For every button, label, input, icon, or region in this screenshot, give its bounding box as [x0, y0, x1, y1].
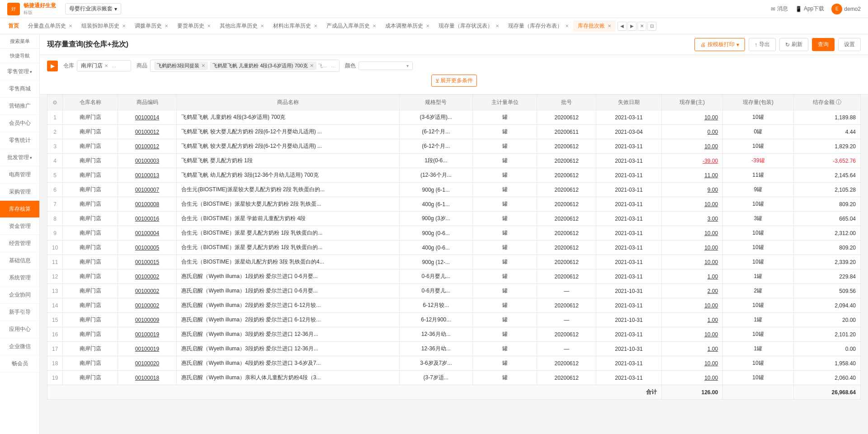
row-code[interactable]: 00100012	[118, 139, 177, 154]
row-code[interactable]: 00100007	[118, 183, 177, 197]
sidebar-item-system[interactable]: 系统管理	[0, 269, 39, 287]
row-qty[interactable]: 10.00	[661, 371, 722, 385]
row-qty[interactable]: 1.00	[661, 269, 722, 284]
row-code[interactable]: 00100002	[118, 269, 177, 284]
th-settings[interactable]: ⚙	[47, 95, 63, 110]
account-dropdown[interactable]: 母婴行业演示账套 ▾	[65, 3, 121, 14]
sidebar-item-retail-shop[interactable]: 零售商城	[0, 80, 39, 98]
tab-10[interactable]: 现存量（库存分布表） ✕	[504, 20, 573, 32]
nav-more[interactable]: ⊡	[647, 22, 656, 31]
row-code[interactable]: 00100019	[118, 327, 177, 342]
row-qty[interactable]: 3.00	[661, 212, 722, 226]
goods-tag-2[interactable]: 飞鹤星飞帆 儿童奶粉 4段(3-6岁适用) 700克 ✕	[210, 61, 316, 70]
row-code[interactable]: 00100013	[118, 168, 177, 183]
row-batch: 20200612	[537, 298, 596, 313]
row-code[interactable]: 00100012	[118, 125, 177, 139]
tab-5[interactable]: 其他出库单历史 ✕	[215, 20, 269, 32]
row-qty[interactable]: 10.00	[661, 356, 722, 371]
row-code[interactable]: 00100014	[118, 110, 177, 125]
tab-2[interactable]: 组装拆卸单历史 ✕	[77, 20, 130, 32]
sidebar-search[interactable]: 搜索菜单	[0, 34, 39, 49]
tab-11[interactable]: 库存批次账 ✕	[573, 20, 616, 32]
tab-7[interactable]: 产成品入库单历史 ✕	[322, 20, 381, 32]
row-qty[interactable]: 10.00	[661, 226, 722, 241]
sidebar-item-guide[interactable]: 新手引导	[0, 304, 39, 321]
row-code[interactable]: 00100009	[118, 313, 177, 327]
row-code[interactable]: 00100020	[118, 356, 177, 371]
row-qty[interactable]: 11.00	[661, 168, 722, 183]
app-download-btn[interactable]: 📱 App下载	[795, 5, 824, 13]
tab-6[interactable]: 材料出库单历史 ✕	[269, 20, 322, 32]
row-qty[interactable]: 1.00	[661, 342, 722, 356]
nav-next[interactable]: ▶	[627, 22, 637, 31]
tab-3[interactable]: 调拨单历史 ✕	[130, 20, 173, 32]
row-code[interactable]: 00100004	[118, 226, 177, 241]
sidebar-item-finance[interactable]: 资金管理	[0, 218, 39, 235]
row-qty[interactable]: 1.00	[661, 313, 722, 327]
export-btn[interactable]: ↑ 导出	[749, 38, 776, 51]
sidebar-item-basic-info[interactable]: 基础信息	[0, 252, 39, 269]
sidebar-item-purchase[interactable]: 采购管理	[0, 184, 39, 201]
print-btn[interactable]: 🖨 按模板打印 ▾	[694, 38, 745, 51]
nav-close[interactable]: ✕	[637, 22, 646, 31]
user-avatar[interactable]: E demo2	[831, 4, 861, 14]
warehouse-close-icon[interactable]: ✕	[104, 63, 108, 68]
refresh-btn[interactable]: ↻ 刷新	[779, 38, 808, 51]
row-qty[interactable]: 10.00	[661, 139, 722, 154]
tab-home[interactable]: 首页	[4, 20, 24, 32]
row-code[interactable]: 00100002	[118, 298, 177, 313]
row-qty[interactable]: 9.00	[661, 183, 722, 197]
goods-input[interactable]: 飞鹤奶粉3段同提装 ✕ 飞鹤星飞帆 儿童奶粉 4段(3-6岁适用) 700克 ✕…	[150, 60, 340, 72]
row-code[interactable]: 00100008	[118, 197, 177, 212]
sidebar-item-vip[interactable]: 畅会员	[0, 355, 39, 373]
table-row: 5 南岸门店 00100013 飞鹤星飞帆 幼儿配方奶粉 3段(12-36个月幼…	[47, 168, 861, 183]
expand-btn[interactable]: ⊻ 展开更多条件	[431, 75, 477, 87]
sidebar-item-inventory[interactable]: 库存核算	[0, 201, 39, 218]
warehouse-input[interactable]: 南岸门店 ✕ …	[77, 60, 131, 71]
sidebar-item-member[interactable]: 会员中心	[0, 115, 39, 132]
row-qty[interactable]: 10.00	[661, 241, 722, 255]
table-container[interactable]: ⚙ 仓库名称 商品编码 商品名称 规格型号 主计量单位 批号 失效日期 现存量(…	[40, 94, 868, 434]
settings-btn[interactable]: 设置	[838, 38, 861, 51]
row-code[interactable]: 00100002	[118, 284, 177, 298]
row-qty[interactable]: 10.00	[661, 255, 722, 269]
filter-expand-arrow[interactable]: ▶	[47, 61, 58, 71]
color-input[interactable]: ▾	[359, 61, 413, 70]
row-code[interactable]: 00100019	[118, 342, 177, 356]
query-btn[interactable]: 查询	[812, 38, 835, 51]
row-code[interactable]: 00100016	[118, 212, 177, 226]
sidebar-item-marketing[interactable]: 营销推广	[0, 98, 39, 115]
goods-dots[interactable]: …	[331, 63, 335, 68]
tab-9[interactable]: 现存量（库存状况表） ✕	[434, 20, 504, 32]
row-code[interactable]: 00100003	[118, 154, 177, 168]
tab-8[interactable]: 成本调整单历史 ✕	[381, 20, 434, 32]
tab-1[interactable]: 分量盘点单历史 ✕	[24, 20, 77, 32]
row-qty[interactable]: -39.00	[661, 154, 722, 168]
row-qty[interactable]: 10.00	[661, 197, 722, 212]
goods-tag-1[interactable]: 飞鹤奶粉3段同提装 ✕	[154, 61, 208, 70]
sidebar-quick[interactable]: 快捷导航	[0, 49, 39, 63]
row-qty[interactable]: 10.00	[661, 110, 722, 125]
sidebar-item-operations[interactable]: 经营管理	[0, 235, 39, 252]
row-qty[interactable]: 10.00	[661, 327, 722, 342]
row-qty[interactable]: 10.00	[661, 298, 722, 313]
message-btn[interactable]: ✉ 消息	[771, 5, 788, 13]
row-batch: 20200612	[537, 371, 596, 385]
nav-prev[interactable]: ◀	[618, 22, 627, 31]
warehouse-dots[interactable]: …	[112, 63, 116, 68]
column-settings-icon[interactable]: ⚙	[52, 99, 57, 106]
sidebar-item-retail-stats[interactable]: 零售统计	[0, 132, 39, 149]
row-code[interactable]: 00100018	[118, 371, 177, 385]
row-code[interactable]: 00100015	[118, 255, 177, 269]
sidebar-item-retail-mgmt[interactable]: 零售管理 ▾	[0, 63, 39, 80]
row-code[interactable]: 00100005	[118, 241, 177, 255]
sidebar-item-wechat[interactable]: 企业微信	[0, 338, 39, 355]
sidebar-item-wholesale[interactable]: 批发管理 ▾	[0, 149, 39, 166]
color-dropdown-icon[interactable]: ▾	[406, 63, 409, 68]
tab-4[interactable]: 要货单历史 ✕	[173, 20, 215, 32]
row-qty[interactable]: 2.00	[661, 284, 722, 298]
row-qty[interactable]: 0.00	[661, 125, 722, 139]
sidebar-item-app-center[interactable]: 应用中心	[0, 321, 39, 338]
sidebar-item-ecommerce[interactable]: 电商管理	[0, 166, 39, 184]
sidebar-item-enterprise[interactable]: 企业协同	[0, 287, 39, 304]
